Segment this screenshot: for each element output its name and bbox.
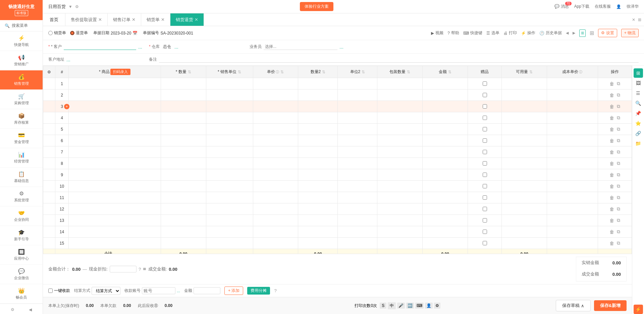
row-cost[interactable] xyxy=(547,124,598,135)
row-unit[interactable] xyxy=(206,192,253,203)
unit-sort-icon[interactable]: ⇅ xyxy=(238,70,241,74)
row-pack[interactable] xyxy=(377,203,423,215)
row-cost[interactable] xyxy=(547,215,598,226)
discount-help-btn[interactable]: ? xyxy=(139,267,141,272)
copy-row-btn[interactable]: ⧉ xyxy=(616,114,621,121)
row-gift[interactable] xyxy=(468,226,502,238)
tab-price-setup-close[interactable]: ✕ xyxy=(98,17,102,22)
row-price[interactable] xyxy=(253,181,298,192)
row-qty2[interactable] xyxy=(298,112,338,124)
row-unit[interactable] xyxy=(206,203,253,215)
sidebar-item-sales[interactable]: 💰 销售管理 xyxy=(0,70,43,90)
add-logistics-btn[interactable]: + 物流 xyxy=(621,29,639,37)
right-panel-action-icon[interactable]: ⚡ xyxy=(634,305,643,314)
row-pack[interactable] xyxy=(377,101,423,112)
row-amount[interactable] xyxy=(423,124,468,135)
copy-row-btn[interactable]: ⧉ xyxy=(616,205,621,212)
row-amount[interactable] xyxy=(423,146,468,158)
row-qty2[interactable] xyxy=(298,158,338,169)
amount-payment-input[interactable] xyxy=(194,287,220,294)
row-qty[interactable] xyxy=(161,238,206,249)
warehouse-picker-btn[interactable]: ... xyxy=(174,44,178,50)
table-container[interactable]: ⚙ # * 商品 扫码录入 xyxy=(43,66,632,254)
radio-sales-delivery[interactable]: 销货单 xyxy=(48,30,66,36)
row-unit2[interactable] xyxy=(338,78,377,89)
sidebar-item-member[interactable]: 👑 畅会员 xyxy=(0,284,43,304)
row-avail[interactable] xyxy=(502,89,547,101)
grid-view-btn[interactable]: ⊞ xyxy=(590,30,594,36)
copy-row-btn[interactable]: ⧉ xyxy=(616,80,621,87)
row-qty[interactable] xyxy=(161,215,206,226)
row-price[interactable] xyxy=(253,169,298,181)
price-info-icon[interactable]: ⓘ xyxy=(276,70,279,74)
tab-sales-order-close[interactable]: ✕ xyxy=(132,17,136,22)
row-cost[interactable] xyxy=(547,135,598,146)
row-unit2[interactable] xyxy=(338,112,377,124)
copy-row-btn[interactable]: ⧉ xyxy=(616,160,621,167)
row-unit2[interactable] xyxy=(338,89,377,101)
copy-row-btn[interactable]: ⧉ xyxy=(616,148,621,155)
row-pack[interactable] xyxy=(377,226,423,238)
delete-row-btn[interactable]: 🗑 xyxy=(609,91,615,99)
row-product[interactable] xyxy=(69,78,161,89)
shortcut-btn[interactable]: ⌨ 快捷键 xyxy=(463,30,482,36)
gift-checkbox[interactable] xyxy=(483,218,487,223)
row-cost[interactable] xyxy=(547,181,598,192)
row-cost[interactable] xyxy=(547,112,598,124)
keyboard-icon2[interactable]: ⌨ xyxy=(415,303,424,309)
gift-checkbox[interactable] xyxy=(483,184,487,188)
row-amount[interactable] xyxy=(423,215,468,226)
row-unit[interactable] xyxy=(206,215,253,226)
row-price[interactable] xyxy=(253,89,298,101)
one-click-pay-checkbox[interactable] xyxy=(48,289,53,293)
collapse-icon[interactable]: ◀ xyxy=(29,307,32,312)
calendar-icon[interactable]: 📅 xyxy=(132,31,138,36)
gift-checkbox[interactable] xyxy=(483,138,487,143)
row-qty[interactable] xyxy=(161,112,206,124)
row-qty2[interactable] xyxy=(298,226,338,238)
row-unit2[interactable] xyxy=(338,146,377,158)
sidebar-search[interactable]: 🔍 搜索菜单 xyxy=(0,20,43,32)
row-unit2[interactable] xyxy=(338,124,377,135)
row-amount[interactable] xyxy=(423,89,468,101)
row-price[interactable] xyxy=(253,203,298,215)
customer-input[interactable] xyxy=(64,44,136,50)
avail-sort-icon[interactable]: ⇅ xyxy=(529,70,533,74)
row-cost[interactable] xyxy=(547,78,598,89)
row-unit[interactable] xyxy=(206,158,253,169)
discount-input[interactable] xyxy=(110,266,137,272)
tab-sales-return-close[interactable]: ✕ xyxy=(195,17,198,22)
delete-row-btn[interactable]: 🗑 xyxy=(609,205,615,212)
row-qty[interactable] xyxy=(161,78,206,89)
row-price[interactable] xyxy=(253,78,298,89)
gift-checkbox[interactable] xyxy=(483,230,487,234)
gift-checkbox[interactable] xyxy=(483,104,487,109)
row-qty2[interactable] xyxy=(298,181,338,192)
row-qty2[interactable] xyxy=(298,124,338,135)
row-gift[interactable] xyxy=(468,192,502,203)
copy-row-btn[interactable]: ⧉ xyxy=(616,183,621,190)
row-amount[interactable] xyxy=(423,226,468,238)
row-product[interactable] xyxy=(69,215,161,226)
list-view-btn[interactable]: ≡ xyxy=(579,29,586,37)
row-avail[interactable] xyxy=(502,169,547,181)
close-window-icon[interactable]: ✕ xyxy=(632,17,638,22)
row-cost[interactable] xyxy=(547,192,598,203)
price-sort-icon[interactable]: ⇅ xyxy=(280,70,284,74)
row-price[interactable] xyxy=(253,215,298,226)
tab-sales-order[interactable]: 销售订单 ✕ xyxy=(108,13,141,26)
row-qty2[interactable] xyxy=(298,89,338,101)
sidebar-item-guide[interactable]: 🎓 新手引导 xyxy=(0,226,43,245)
scan-enter-btn[interactable]: 扫码录入 xyxy=(110,69,130,75)
row-qty2[interactable] xyxy=(298,238,338,249)
delete-row-btn[interactable]: 🗑 xyxy=(609,137,615,144)
row-price[interactable] xyxy=(253,146,298,158)
sidebar-item-apps[interactable]: 🔲 应用中心 xyxy=(0,245,43,265)
row-avail[interactable] xyxy=(502,146,547,158)
copy-row-btn[interactable]: ⧉ xyxy=(616,171,621,178)
unit2-sort-icon[interactable]: ⇅ xyxy=(362,70,365,74)
row-avail[interactable] xyxy=(502,135,547,146)
row-unit[interactable] xyxy=(206,181,253,192)
row-avail[interactable] xyxy=(502,101,547,112)
one-click-pay-check[interactable]: 一键收款 xyxy=(48,288,70,294)
